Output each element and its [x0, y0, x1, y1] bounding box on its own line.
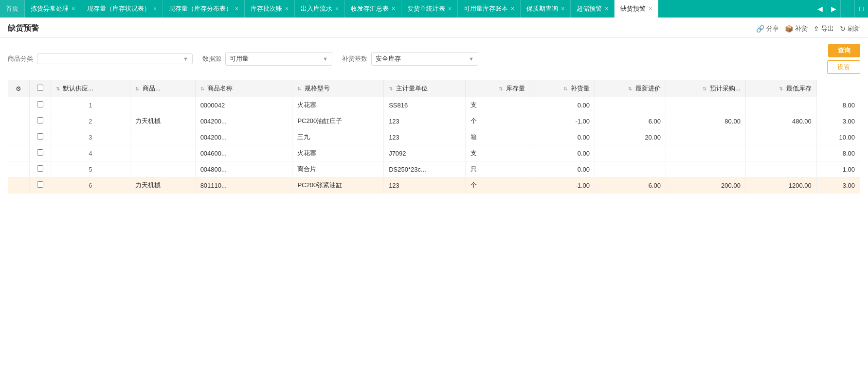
- row-latest-price-0: [666, 97, 745, 113]
- close-tab-10[interactable]: ×: [605, 5, 608, 12]
- th-spec[interactable]: ⇅ 规格型号: [292, 80, 384, 97]
- sort-icon-latest-price: ⇅: [628, 86, 632, 91]
- row-est-purchase-1: 480.00: [745, 113, 816, 129]
- row-name-1: PC200油缸庄子: [292, 113, 384, 129]
- close-tab-5[interactable]: ×: [335, 5, 339, 12]
- page-title: 缺货预警: [8, 23, 39, 34]
- replenish-select[interactable]: 安全库存 ▼: [371, 52, 478, 66]
- replenish-label: 补货基数: [342, 54, 367, 63]
- row-est-purchase-3: [745, 145, 816, 161]
- sort-icon-supplier: ⇅: [56, 86, 60, 91]
- row-checkbox-2[interactable]: [29, 129, 51, 145]
- table-row: 2 力天机械 004200... PC200油缸庄子 123 个 -1.00 6…: [8, 113, 860, 129]
- export-button[interactable]: ⇪ 导出: [814, 24, 834, 33]
- nav-tab-3[interactable]: 现存量（库存分布表） ×: [163, 0, 245, 18]
- row-checkbox-5[interactable]: [29, 177, 51, 194]
- datasource-arrow-icon: ▼: [323, 56, 328, 62]
- query-button[interactable]: 查询: [828, 44, 860, 57]
- th-unit[interactable]: ⇅ 主计量单位: [384, 80, 466, 97]
- nav-tab-8[interactable]: 可用量库存账本 ×: [458, 0, 521, 18]
- th-code[interactable]: ⇅ 商品...: [130, 80, 195, 97]
- replenish-filter-group: 补货基数 安全库存 ▼: [342, 52, 478, 66]
- nav-tab-4[interactable]: 库存批次账 ×: [245, 0, 295, 18]
- share-button[interactable]: 🔗 分享: [756, 24, 779, 33]
- row-est-purchase-2: [745, 129, 816, 145]
- row-latest-price-4: [666, 161, 745, 177]
- replenish-arrow-icon: ▼: [469, 56, 474, 62]
- close-tab-2[interactable]: ×: [153, 5, 157, 12]
- nav-tab-9[interactable]: 保质期查询 ×: [521, 0, 571, 18]
- select-all-checkbox[interactable]: [37, 85, 43, 91]
- nav-tab-10[interactable]: 超储预警 ×: [571, 0, 615, 18]
- row-gear-4: [8, 161, 29, 177]
- category-filter-group: 商品分类 ▼: [8, 53, 193, 64]
- th-est-purchase[interactable]: ⇅ 预计采购...: [666, 80, 745, 97]
- row-unit-5: 个: [465, 177, 530, 194]
- nav-tab-6[interactable]: 收发存汇总表 ×: [345, 0, 401, 18]
- row-gear-0: [8, 97, 29, 113]
- export-icon: ⇪: [814, 25, 819, 33]
- nav-prev-button[interactable]: ◀: [814, 0, 827, 18]
- row-latest-price-2: [666, 129, 745, 145]
- settings-button[interactable]: 设置: [827, 60, 860, 74]
- sort-icon-est-purchase: ⇅: [703, 86, 706, 91]
- supplement-button[interactable]: 📦 补货: [785, 24, 808, 33]
- row-stock-5: -1.00: [530, 177, 595, 194]
- maximize-button[interactable]: □: [854, 0, 868, 18]
- close-tab-4[interactable]: ×: [285, 5, 289, 12]
- nav-tab-7[interactable]: 要货单统计表 ×: [401, 0, 458, 18]
- close-tab-11[interactable]: ×: [649, 5, 652, 12]
- category-label: 商品分类: [8, 54, 33, 63]
- th-stock[interactable]: ⇅ 库存量: [465, 80, 530, 97]
- row-checkbox-1[interactable]: [29, 113, 51, 129]
- row-code-3: 004600...: [195, 145, 292, 161]
- row-name-2: 三九: [292, 129, 384, 145]
- nav-tab-5[interactable]: 出入库流水 ×: [295, 0, 345, 18]
- refresh-button[interactable]: ↻ 刷新: [840, 24, 860, 33]
- th-latest-price[interactable]: ⇅ 最新进价: [595, 80, 666, 97]
- row-checkbox-0[interactable]: [29, 97, 51, 113]
- row-code-4: 004800...: [195, 161, 292, 177]
- nav-next-button[interactable]: ▶: [827, 0, 841, 18]
- datasource-select[interactable]: 可用量 ▼: [225, 52, 332, 66]
- row-checkbox-3[interactable]: [29, 145, 51, 161]
- table-row: 3 004200... 三九 123 箱 0.00 20.00 10.00: [8, 129, 860, 145]
- minimize-button[interactable]: −: [841, 0, 854, 18]
- close-tab-1[interactable]: ×: [72, 5, 75, 12]
- row-checkbox-4[interactable]: [29, 161, 51, 177]
- close-tab-7[interactable]: ×: [448, 5, 452, 12]
- th-min-stock[interactable]: ⇅ 最低库存: [745, 80, 816, 97]
- nav-tab-2[interactable]: 现存量（库存状况表） ×: [81, 0, 163, 18]
- close-tab-8[interactable]: ×: [511, 5, 514, 12]
- th-gear[interactable]: ⚙: [8, 80, 29, 97]
- row-est-purchase-5: 1200.00: [745, 177, 816, 194]
- close-tab-3[interactable]: ×: [235, 5, 238, 12]
- top-nav: 首页 拣货异常处理 × 现存量（库存状况表） × 现存量（库存分布表） × 库存…: [0, 0, 868, 18]
- supplement-icon: 📦: [785, 25, 793, 33]
- close-tab-9[interactable]: ×: [561, 5, 564, 12]
- close-tab-6[interactable]: ×: [392, 5, 395, 12]
- nav-tab-home[interactable]: 首页: [0, 0, 25, 18]
- th-checkbox[interactable]: [29, 80, 51, 97]
- page-container: 缺货预警 🔗 分享 📦 补货 ⇪ 导出 ↻ 刷新 商品分类: [0, 18, 868, 387]
- table-row: 1 0000042 火花塞 SS816 支 0.00 8.00: [8, 97, 860, 113]
- row-est-purchase-0: [745, 97, 816, 113]
- row-min-stock-4: 1.00: [816, 161, 860, 177]
- th-name[interactable]: ⇅ 商品名称: [195, 80, 292, 97]
- row-stock-2: 0.00: [530, 129, 595, 145]
- refresh-icon: ↻: [840, 25, 846, 33]
- row-gear-3: [8, 145, 29, 161]
- row-gear-5: [8, 177, 29, 194]
- category-select[interactable]: ▼: [37, 53, 193, 64]
- sort-icon-stock: ⇅: [499, 86, 503, 91]
- th-replenish[interactable]: ⇅ 补货量: [530, 80, 595, 97]
- datasource-label: 数据源: [202, 54, 221, 63]
- row-spec-1: 123: [384, 113, 466, 129]
- sort-icon-name: ⇅: [200, 86, 204, 91]
- th-supplier[interactable]: ⇅ 默认供应...: [51, 80, 130, 97]
- nav-tab-1[interactable]: 拣货异常处理 ×: [25, 0, 81, 18]
- nav-tab-11[interactable]: 缺货预警 ×: [615, 0, 658, 18]
- sort-icon-spec: ⇅: [297, 86, 301, 91]
- row-name-0: 火花塞: [292, 97, 384, 113]
- sort-icon-code: ⇅: [135, 86, 139, 91]
